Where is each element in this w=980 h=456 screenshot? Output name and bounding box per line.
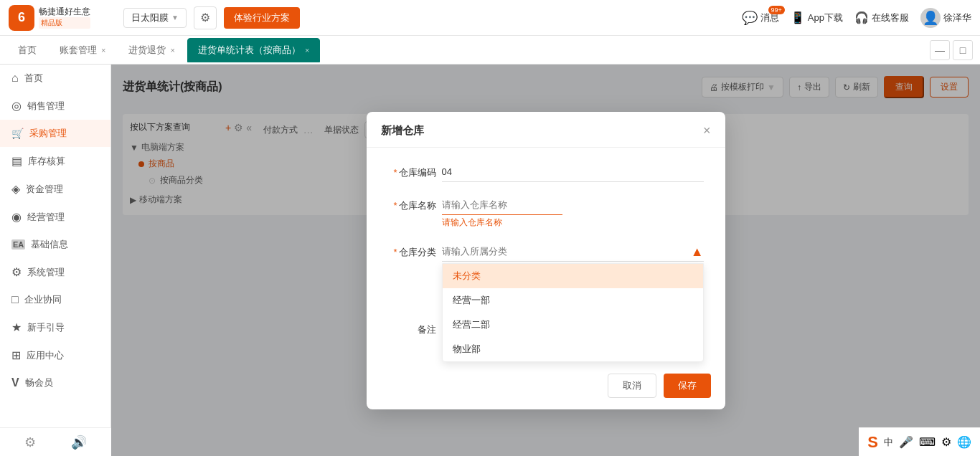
- tab-return-label: 进货退货: [128, 44, 166, 57]
- store-selector[interactable]: 日太阳膜 ▼: [123, 8, 187, 28]
- dropdown-option-1[interactable]: 经营一部: [443, 288, 703, 313]
- sidebar-bottom: ⚙ 🔊: [0, 427, 111, 456]
- online-service-item[interactable]: 🎧 在线客服: [854, 11, 909, 24]
- warehouse-code-input[interactable]: [442, 162, 704, 182]
- dropdown-option-2[interactable]: 经营二部: [443, 313, 703, 337]
- tab-home[interactable]: 首页: [7, 38, 47, 62]
- content-area: 进货单统计(按商品) 🖨 按模板打印 ▼ ↑ 导出 ↻ 刷新 查询 设置: [111, 65, 980, 456]
- dropdown-option-0[interactable]: 未分类: [443, 264, 703, 288]
- tab-stats-close[interactable]: ×: [305, 46, 309, 54]
- sidebar-item-home[interactable]: ⌂ 首页: [0, 65, 110, 92]
- settings-bottom-icon[interactable]: ⚙: [941, 435, 951, 449]
- messages-item[interactable]: 💬 99+ 消息: [742, 10, 779, 26]
- sidebar-item-biz[interactable]: ◉ 经营管理: [0, 203, 110, 231]
- remarks-label: 备注: [388, 319, 442, 336]
- user-item[interactable]: 👤 徐泽华: [920, 8, 971, 28]
- tab-account-close[interactable]: ×: [101, 46, 105, 54]
- sidebar-sales-label: 销售管理: [27, 100, 65, 113]
- app-logo-icon: 6: [9, 5, 34, 31]
- sidebar-item-apps[interactable]: ⊞ 应用中心: [0, 341, 110, 369]
- save-button[interactable]: 保存: [664, 374, 711, 398]
- sidebar-finance-label: 资金管理: [26, 183, 63, 196]
- warehouse-category-label: *仓库分类: [388, 242, 442, 259]
- try-industry-button[interactable]: 体验行业方案: [224, 7, 300, 29]
- dropdown-toggle-btn[interactable]: ▲: [691, 244, 704, 259]
- mic-icon[interactable]: 🎤: [899, 435, 913, 449]
- apps-icon: ⊞: [11, 348, 21, 362]
- logo-area: 6 畅捷通好生意 精品版: [9, 5, 116, 31]
- message-badge: 99+: [768, 6, 785, 14]
- dialog-footer: 取消 保存: [367, 366, 725, 409]
- sidebar-guide-label: 新手引导: [27, 321, 65, 334]
- sidebar-biz-label: 经营管理: [27, 211, 65, 224]
- new-warehouse-dialog: 新增仓库 × *仓库编码 *仓库名称: [367, 112, 725, 409]
- sidebar-item-sales[interactable]: ◎ 销售管理: [0, 92, 110, 120]
- purchase-icon: 🛒: [11, 128, 24, 139]
- top-header: 6 畅捷通好生意 精品版 日太阳膜 ▼ ⚙ 体验行业方案 💬 99+ 消息 📱 …: [0, 0, 980, 36]
- warehouse-code-label: *仓库编码: [388, 162, 442, 179]
- guide-icon: ★: [11, 320, 22, 334]
- app-download-label: App下载: [808, 11, 843, 24]
- tab-maximize-btn[interactable]: □: [953, 40, 973, 60]
- system-icon: ⚙: [11, 265, 22, 279]
- corp-icon: □: [11, 293, 19, 306]
- vip-icon: V: [11, 376, 19, 389]
- stock-icon: ▤: [11, 154, 22, 168]
- bottom-label: 中: [884, 436, 893, 449]
- tab-bar: 首页 账套管理 × 进货退货 × 进货单统计表（按商品） × — □: [0, 36, 980, 65]
- category-dropdown-list: 未分类 经营一部 经营二部 物业部: [442, 263, 704, 362]
- basic-icon: EA: [11, 239, 25, 250]
- sidebar-item-guide[interactable]: ★ 新手引导: [0, 313, 110, 341]
- dialog-title: 新增仓库: [381, 124, 424, 138]
- tab-return[interactable]: 进货退货 ×: [118, 38, 185, 62]
- sidebar-item-system[interactable]: ⚙ 系统管理: [0, 258, 110, 286]
- sidebar-settings-icon[interactable]: ⚙: [24, 434, 36, 450]
- store-name: 日太阳膜: [131, 11, 169, 24]
- sidebar-item-vip[interactable]: V 畅会员: [0, 369, 110, 396]
- warehouse-category-input[interactable]: [442, 242, 704, 262]
- sidebar-sound-icon[interactable]: 🔊: [71, 434, 87, 450]
- tab-minimize-btn[interactable]: —: [930, 40, 950, 60]
- warehouse-name-row: *仓库名称 请输入仓库名称: [388, 195, 704, 229]
- sidebar-stock-label: 库存核算: [28, 155, 65, 168]
- warehouse-name-error: 请输入仓库名称: [442, 217, 502, 229]
- settings-icon[interactable]: ⚙: [194, 6, 217, 29]
- cancel-button[interactable]: 取消: [608, 374, 656, 398]
- sidebar-system-label: 系统管理: [27, 266, 65, 279]
- sidebar-item-corp[interactable]: □ 企业协同: [0, 286, 110, 313]
- bottom-right-bar: S 中 🎤 ⌨ ⚙ 🌐: [859, 427, 980, 456]
- sidebar-basic-label: 基础信息: [31, 238, 68, 251]
- warehouse-name-label: *仓库名称: [388, 195, 442, 212]
- sidebar-item-purchase[interactable]: 🛒 采购管理: [0, 120, 110, 147]
- dialog-close-btn[interactable]: ×: [703, 123, 711, 138]
- tab-return-close[interactable]: ×: [170, 46, 174, 54]
- warehouse-name-input[interactable]: [442, 195, 562, 215]
- tab-controls: — □: [930, 40, 973, 60]
- keyboard-icon[interactable]: ⌨: [919, 435, 936, 449]
- tab-stats[interactable]: 进货单统计表（按商品） ×: [187, 38, 320, 62]
- sidebar-item-finance[interactable]: ◈ 资金管理: [0, 175, 110, 203]
- online-service-label: 在线客服: [872, 11, 909, 24]
- app-download-item[interactable]: 📱 App下载: [791, 11, 843, 24]
- finance-icon: ◈: [11, 182, 20, 196]
- app-name: 畅捷通好生意: [39, 6, 90, 18]
- sidebar-vip-label: 畅会员: [25, 376, 53, 389]
- sidebar: ⌂ 首页 ◎ 销售管理 🛒 采购管理 ▤ 库存核算 ◈ 资金管理 ◉ 经营管理 …: [0, 65, 111, 456]
- store-selector-arrow: ▼: [171, 14, 179, 22]
- tab-account[interactable]: 账套管理 ×: [49, 38, 116, 62]
- sidebar-item-stock[interactable]: ▤ 库存核算: [0, 147, 110, 175]
- header-right: 💬 99+ 消息 📱 App下载 🎧 在线客服 👤 徐泽华: [742, 8, 971, 28]
- translate-icon[interactable]: 🌐: [957, 435, 971, 449]
- biz-icon: ◉: [11, 210, 22, 224]
- warehouse-category-row: *仓库分类 ▲ 未分类 经营一部 经营二部 物业部: [388, 242, 704, 262]
- username: 徐泽华: [943, 11, 971, 24]
- dropdown-option-3[interactable]: 物业部: [443, 337, 703, 361]
- user-avatar: 👤: [920, 8, 941, 28]
- dialog-overlay: 新增仓库 × *仓库编码 *仓库名称: [111, 65, 980, 456]
- dialog-body: *仓库编码 *仓库名称: [367, 148, 725, 366]
- sidebar-item-basic[interactable]: EA 基础信息: [0, 231, 110, 258]
- app-badge: 精品版: [39, 17, 90, 29]
- shuangmai-logo: S: [867, 433, 878, 452]
- tab-stats-label: 进货单统计表（按商品）: [198, 44, 301, 57]
- tab-home-label: 首页: [18, 44, 37, 57]
